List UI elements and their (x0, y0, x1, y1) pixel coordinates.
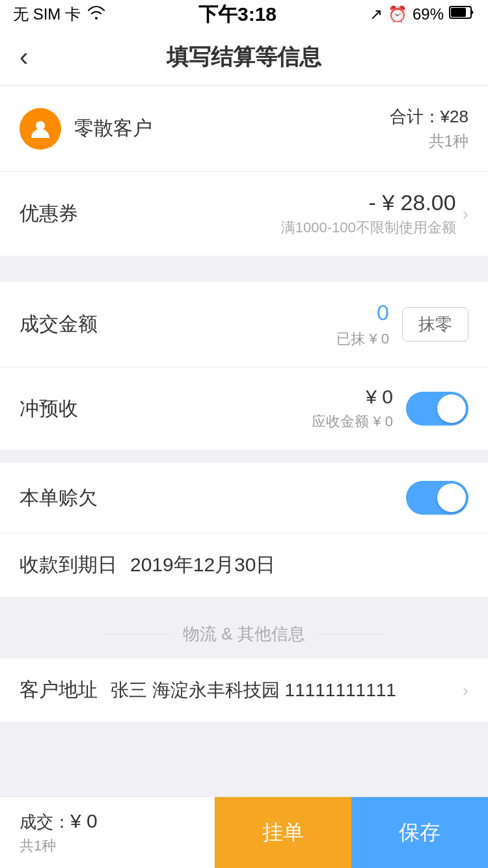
prepayment-amount-block: ¥ 0 应收金额 ¥ 0 (312, 386, 393, 431)
sim-status: 无 SIM 卡 (13, 4, 81, 25)
coupon-amount-block: - ¥ 28.00 满1000-100不限制使用金额 (281, 190, 456, 237)
location-icon: ↗ (370, 5, 383, 23)
address-label: 客户地址 (20, 677, 98, 703)
credit-toggle-knob (437, 483, 466, 512)
status-time: 下午3:18 (198, 1, 277, 28)
due-date-row: 收款到期日 2019年12月30日 (0, 534, 488, 597)
section-divider-1 (0, 269, 488, 282)
prepayment-sub: 应收金额 ¥ 0 (312, 412, 393, 431)
section-divider-2 (0, 450, 488, 463)
due-date-value: 2019年12月30日 (130, 552, 275, 578)
wifi-icon (87, 5, 105, 23)
credit-card: 本单赊欠 收款到期日 2019年12月30日 (0, 463, 488, 597)
logistics-section: 物流 & 其他信息 (0, 610, 488, 658)
customer-left: 零散客户 (20, 108, 152, 150)
customer-total: 合计：¥28 共1种 (390, 105, 468, 152)
coupon-right: - ¥ 28.00 满1000-100不限制使用金额 › (281, 190, 468, 237)
svg-point-2 (36, 121, 45, 130)
page-title: 填写结算等信息 (167, 42, 321, 72)
due-date-label: 收款到期日 (20, 552, 117, 578)
toggle-knob (437, 394, 466, 423)
deal-amount-value[interactable]: 0 (336, 300, 389, 325)
customer-card: 零散客户 合计：¥28 共1种 优惠券 - ¥ 28.00 满1000-100不… (0, 86, 488, 256)
nav-bar: ‹ 填写结算等信息 (0, 29, 488, 86)
coupon-chevron-icon: › (463, 204, 468, 224)
total-amount-label: 合计：¥28 (390, 105, 468, 128)
deal-amount-row: 成交金额 0 已抹 ¥ 0 抹零 (0, 282, 488, 368)
alarm-icon: ⏰ (388, 5, 407, 23)
bottom-info: 成交：¥ 0 共1种 (0, 810, 215, 856)
total-count: 共1种 (390, 131, 468, 152)
prepayment-toggle[interactable] (406, 392, 468, 426)
bottom-bar: 成交：¥ 0 共1种 挂单 保存 (0, 796, 488, 868)
coupon-desc: 满1000-100不限制使用金额 (281, 218, 456, 237)
logistics-title: 物流 & 其他信息 (0, 623, 488, 645)
customer-row: 零散客户 合计：¥28 共1种 (0, 86, 488, 171)
prepayment-amount: ¥ 0 (312, 386, 393, 408)
bottom-count: 共1种 (20, 836, 195, 856)
coupon-label: 优惠券 (20, 200, 78, 227)
prepayment-row: 冲预收 ¥ 0 应收金额 ¥ 0 (0, 368, 488, 450)
deal-amount-sub: 已抹 ¥ 0 (336, 329, 389, 349)
back-button[interactable]: ‹ (20, 42, 28, 72)
prepayment-label: 冲预收 (20, 396, 78, 422)
bottom-deal-label: 成交：¥ 0 (20, 810, 195, 834)
svg-rect-1 (451, 8, 466, 17)
bottom-deal-amount: ¥ 0 (70, 810, 98, 832)
address-row[interactable]: 客户地址 张三 海淀永丰科技园 11111111111 › (0, 658, 488, 722)
section-divider-3 (0, 597, 488, 610)
round-zero-button[interactable]: 抹零 (402, 307, 468, 342)
battery-level: 69% (413, 5, 444, 23)
credit-label: 本单赊欠 (20, 485, 98, 511)
credit-row: 本单赊欠 (0, 463, 488, 534)
coupon-row[interactable]: 优惠券 - ¥ 28.00 满1000-100不限制使用金额 › (0, 171, 488, 256)
content: 零散客户 合计：¥28 共1种 优惠券 - ¥ 28.00 满1000-100不… (0, 86, 488, 865)
address-value: 张三 海淀永丰科技园 11111111111 (111, 678, 463, 703)
deal-amount-label: 成交金额 (20, 311, 98, 338)
status-bar: 无 SIM 卡 下午3:18 ↗ ⏰ 69% (0, 0, 488, 29)
deal-amount-block: 0 已抹 ¥ 0 (336, 300, 389, 349)
status-left: 无 SIM 卡 (13, 4, 105, 25)
credit-toggle[interactable] (406, 481, 468, 515)
battery-icon (449, 5, 475, 23)
pending-button[interactable]: 挂单 (215, 797, 351, 869)
deal-amount-right: 0 已抹 ¥ 0 抹零 (336, 300, 468, 349)
status-right: ↗ ⏰ 69% (370, 5, 475, 23)
coupon-amount: - ¥ 28.00 (281, 190, 456, 215)
address-chevron-icon: › (463, 680, 468, 701)
customer-avatar (20, 108, 61, 150)
customer-name: 零散客户 (74, 115, 152, 142)
deal-amount-card: 成交金额 0 已抹 ¥ 0 抹零 冲预收 ¥ 0 应收金额 ¥ 0 (0, 282, 488, 450)
prepayment-right: ¥ 0 应收金额 ¥ 0 (312, 386, 468, 431)
save-button[interactable]: 保存 (351, 797, 488, 869)
